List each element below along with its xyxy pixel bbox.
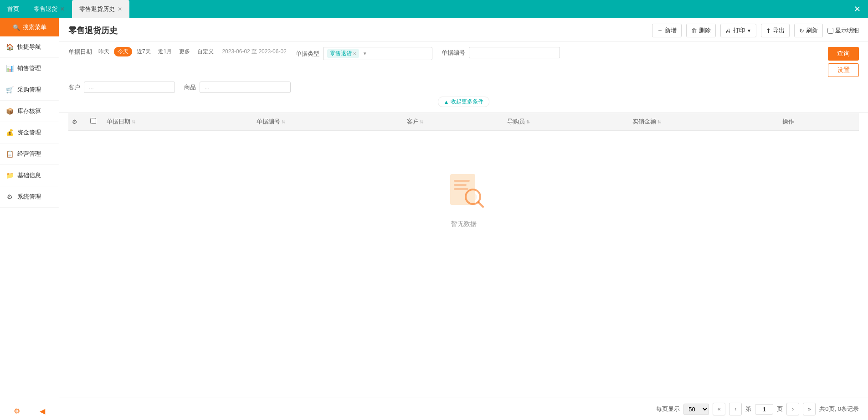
delete-icon: 🗑: [691, 27, 697, 34]
last-page-btn[interactable]: »: [803, 403, 816, 415]
th-checkbox[interactable]: [87, 113, 103, 131]
svg-rect-3: [454, 188, 468, 190]
th-actions: 操作: [779, 113, 859, 131]
operations-icon: 📋: [5, 150, 14, 158]
sidebar-item-sales-label: 销售管理: [17, 64, 41, 72]
sidebar-item-inventory[interactable]: 📦 库存核算: [0, 101, 59, 122]
sidebar-search[interactable]: 🔍 搜索菜单: [0, 18, 59, 36]
collapse-button[interactable]: ▲ 收起更多条件: [438, 97, 490, 107]
export-icon: ⬆: [766, 27, 771, 34]
print-icon: 🖨: [725, 27, 731, 34]
export-label: 导出: [773, 26, 785, 35]
top-bar: 首页 零售退货 ✕ 零售退货历史 ✕ ✕: [0, 0, 868, 18]
collapse-bar: ▲ 收起更多条件: [68, 97, 859, 107]
per-page-select[interactable]: 50 100 200: [683, 404, 709, 415]
export-button[interactable]: ⬆ 导出: [761, 24, 790, 37]
search-icon: 🔍: [13, 24, 20, 31]
sidebar-item-quicknav[interactable]: 🏠 快捷导航: [0, 36, 59, 58]
page-label: 第: [745, 405, 751, 413]
sidebar-item-basic[interactable]: 📁 基础信息: [0, 165, 59, 186]
tab-retail-return-label: 零售退货: [34, 5, 57, 13]
date-btn-yesterday[interactable]: 昨天: [96, 47, 112, 56]
date-btn-custom[interactable]: 自定义: [195, 47, 216, 56]
page-unit: 页: [777, 405, 783, 413]
date-filter-btns: 昨天 今天 近7天 近1月 更多 自定义: [96, 47, 216, 56]
date-btn-today[interactable]: 今天: [114, 47, 132, 56]
date-range-display: 2023-06-02 至 2023-06-02: [222, 48, 286, 56]
th-setting[interactable]: ⚙: [68, 113, 87, 131]
th-number[interactable]: 单据编号: [253, 113, 403, 131]
page-number-input[interactable]: [755, 404, 773, 415]
refresh-label: 刷新: [806, 26, 818, 35]
print-chevron: ▼: [747, 28, 751, 33]
data-table: ⚙ 单据日期 单据编号 客户 导购员 实销金额 操作: [68, 113, 859, 131]
new-icon: ＋: [657, 26, 663, 35]
content-area: 零售退货历史 ＋ 新增 🗑 删除 🖨 打印 ▼ ⬆ 导出: [59, 18, 868, 420]
new-button[interactable]: ＋ 新增: [652, 24, 682, 37]
first-page-btn[interactable]: «: [713, 403, 725, 415]
date-filter-field: 单据日期 昨天 今天 近7天 近1月 更多 自定义 2023-06-02 至 2…: [68, 47, 287, 56]
svg-point-6: [469, 193, 477, 201]
type-tag-close[interactable]: ×: [353, 51, 356, 57]
select-all-checkbox[interactable]: [90, 118, 96, 124]
sales-icon: 📊: [5, 64, 14, 72]
date-btn-7days[interactable]: 近7天: [134, 47, 154, 56]
collapse-icon: ▲: [444, 99, 449, 105]
setting-button[interactable]: 设置: [828, 63, 859, 77]
refresh-button[interactable]: ↻ 刷新: [794, 24, 823, 37]
window-close-btn[interactable]: ✕: [847, 4, 868, 14]
date-filter-label: 单据日期: [68, 48, 92, 56]
th-guide[interactable]: 导购员: [503, 113, 629, 131]
svg-rect-2: [454, 184, 467, 186]
tab-retail-return-history-close[interactable]: ✕: [118, 6, 122, 12]
sidebar-item-purchase-label: 采购管理: [17, 86, 41, 94]
show-detail-label: 显示明细: [835, 26, 859, 35]
svg-rect-1: [454, 180, 470, 182]
number-filter-label: 单据编号: [442, 49, 465, 57]
delete-button[interactable]: 🗑 删除: [686, 24, 716, 37]
next-page-btn[interactable]: ›: [786, 403, 799, 415]
tab-retail-return-close[interactable]: ✕: [60, 6, 65, 12]
customer-filter-input[interactable]: ...: [84, 82, 175, 93]
sidebar-item-finance[interactable]: 💰 资金管理: [0, 122, 59, 143]
goods-filter-input[interactable]: ...: [200, 82, 291, 93]
basic-icon: 📁: [5, 171, 14, 179]
sidebar-item-purchase[interactable]: 🛒 采购管理: [0, 79, 59, 101]
table-area: ⚙ 单据日期 单据编号 客户 导购员 实销金额 操作: [59, 113, 868, 398]
sidebar-item-quicknav-label: 快捷导航: [17, 43, 41, 51]
type-chevron-icon: ▼: [363, 51, 367, 56]
tab-home-label: 首页: [7, 5, 19, 13]
date-btn-more[interactable]: 更多: [176, 47, 193, 56]
sidebar-bottom: ⚙ ◀: [0, 402, 59, 420]
sidebar-collapse-icon[interactable]: ◀: [40, 407, 45, 415]
sidebar-item-operations-label: 经营管理: [17, 150, 41, 158]
query-button[interactable]: 查询: [828, 47, 859, 61]
empty-illustration: [441, 167, 487, 213]
th-amount[interactable]: 实销金额: [629, 113, 779, 131]
show-detail-checkbox[interactable]: [827, 28, 833, 34]
tab-bar: 首页 零售退货 ✕ 零售退货历史 ✕: [0, 0, 847, 18]
empty-text: 暂无数据: [451, 220, 477, 228]
date-btn-1month[interactable]: 近1月: [155, 47, 175, 56]
tab-retail-return-history[interactable]: 零售退货历史 ✕: [72, 0, 129, 18]
th-customer[interactable]: 客户: [403, 113, 504, 131]
type-filter-select[interactable]: 零售退货 × ▼: [323, 47, 432, 60]
th-date[interactable]: 单据日期: [103, 113, 253, 131]
number-filter-field: 单据编号: [442, 47, 560, 58]
sidebar-search-label: 搜索菜单: [23, 23, 46, 31]
sidebar-settings-icon[interactable]: ⚙: [14, 407, 20, 415]
prev-page-btn[interactable]: ‹: [729, 403, 742, 415]
tab-retail-return-history-label: 零售退货历史: [79, 5, 115, 13]
tab-home[interactable]: 首页: [0, 0, 26, 18]
number-filter-input[interactable]: [469, 47, 560, 58]
sidebar-item-finance-label: 资金管理: [17, 128, 41, 137]
tab-retail-return[interactable]: 零售退货 ✕: [26, 0, 72, 18]
sidebar-item-operations[interactable]: 📋 经营管理: [0, 143, 59, 165]
print-button[interactable]: 🖨 打印 ▼: [720, 24, 756, 37]
sidebar-item-system-label: 系统管理: [17, 193, 41, 201]
goods-filter-field: 商品 ...: [184, 82, 291, 93]
sidebar-item-sales[interactable]: 📊 销售管理: [0, 58, 59, 79]
sidebar: 🔍 搜索菜单 🏠 快捷导航 📊 销售管理 🛒 采购管理 📦 库存核算 💰: [0, 18, 59, 420]
sidebar-item-system[interactable]: ⚙ 系统管理: [0, 186, 59, 208]
finance-icon: 💰: [5, 128, 14, 137]
